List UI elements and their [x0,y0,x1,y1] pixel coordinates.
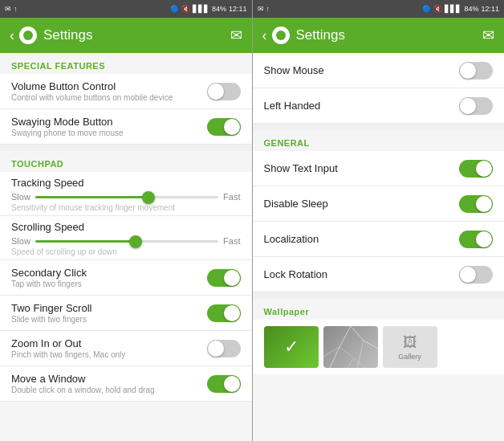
list-item: Left Handed [253,88,505,124]
left-panel: ✉ ↑ 🔵 🔇 ▋▋▋ 84% 12:11 ‹ Settings ✉ SPECI… [0,0,252,441]
disable-sleep-title: Disable Sleep [264,198,453,210]
back-button-right[interactable]: ‹ [262,27,267,44]
scrolling-track[interactable] [35,240,218,243]
page-title-left: Settings [43,27,230,43]
lock-rotation-title: Lock Rotation [264,268,453,280]
svg-line-3 [351,326,364,341]
tracking-subtitle: Sensitivity of mouse tracking finger mov… [11,203,241,212]
toggle-knob [208,341,224,357]
swaying-mode-toggle[interactable] [207,118,241,136]
lock-rotation-toggle[interactable] [459,266,493,284]
status-bar-right: ✉ ↑ 🔵 🔇 ▋▋▋ 84% 12:11 [253,0,505,18]
scrolling-thumb[interactable] [129,235,142,248]
upload-icon: ↑ [14,5,18,13]
tracking-thumb[interactable] [142,191,155,204]
left-content: SPECIAL FEATURES Volume Button Control C… [0,53,252,441]
list-item: Zoom In or Out Pinch with two fingers, M… [0,331,252,366]
list-item: Show Text Input [253,151,505,186]
wallpaper-green: ✓ [264,326,319,368]
wallpaper-thumb-gallery[interactable]: 🖼 Gallery [383,326,437,368]
toggle-knob [224,376,240,392]
mail-icon: ✉ [5,5,11,13]
page-title-right: Settings [296,27,483,43]
list-item: Localization [253,222,505,257]
toggle-knob [476,231,492,247]
volume-button-subtitle: Control with volume buttons on mobile de… [11,93,201,102]
mail-icon-r: ✉ [258,5,264,13]
list-item: Disable Sleep [253,186,505,222]
crack-svg [323,326,378,368]
secondary-click-toggle[interactable] [207,269,241,287]
scrolling-speed-title: Scrolling Speed [11,221,241,233]
move-window-title: Move a Window [11,373,201,385]
disable-sleep-toggle[interactable] [459,195,493,213]
toggle-knob [208,84,224,100]
volume-button-title: Volume Button Control [11,80,201,92]
wallpaper-thumb-crack[interactable] [323,326,378,368]
zoom-in-out-title: Zoom In or Out [11,337,201,349]
signal-icon-r: ▋▋▋ [445,5,461,13]
svg-line-4 [364,341,378,349]
swaying-mode-subtitle: Swaying phone to move mouse [11,129,201,137]
app-icon-inner-right [276,31,286,40]
scrolling-slow-label: Slow [11,236,30,246]
battery-text: 84% [212,5,226,13]
toggle-knob [460,267,476,283]
two-finger-scroll-subtitle: Slide with two fingers [11,315,201,324]
toggle-knob [460,63,476,79]
move-window-toggle[interactable] [207,375,241,393]
svg-line-0 [339,326,351,347]
show-mouse-title: Show Mouse [264,64,453,76]
status-bar-right-left-icons: ✉ ↑ [258,5,270,13]
tracking-fill [35,196,149,198]
toggle-knob [476,196,492,212]
bluetooth-icon-r: 🔵 [422,5,431,13]
show-text-input-title: Show Text Input [264,162,453,174]
signal-icon: ▋▋▋ [193,5,209,13]
email-icon-left[interactable]: ✉ [230,27,242,44]
left-handed-toggle[interactable] [459,97,493,115]
mute-icon-r: 🔇 [433,5,442,13]
scrolling-subtitle: Speed of scrolling up or down [11,247,241,256]
localization-toggle[interactable] [459,231,493,248]
two-finger-scroll-title: Two Finger Scroll [11,302,201,314]
section-special-features: SPECIAL FEATURES [0,53,252,74]
move-window-subtitle: Double click on a window, hold and drag [11,386,201,394]
check-icon: ✓ [284,337,299,357]
show-text-input-toggle[interactable] [459,160,493,178]
app-header-left: ‹ Settings ✉ [0,18,252,53]
status-bar-right-right-icons: 🔵 🔇 ▋▋▋ 84% 12:11 [422,5,499,13]
toggle-knob [476,161,492,177]
scrolling-speed-slider: Scrolling Speed Slow Fast Speed of scrol… [0,216,252,260]
gallery-label: Gallery [398,353,421,361]
status-bar-right-icons: 🔵 🔇 ▋▋▋ 84% 12:11 [170,5,247,13]
zoom-in-out-toggle[interactable] [207,340,241,357]
separator [0,145,252,151]
show-mouse-toggle[interactable] [459,62,493,80]
upload-icon-r: ↑ [266,5,270,13]
tracking-track[interactable] [35,196,218,198]
tracking-slow-label: Slow [11,192,30,202]
toggle-knob [460,98,476,114]
list-item: Move a Window Double click on a window, … [0,366,252,402]
separator-wallpaper [253,292,505,299]
scrolling-fill [35,240,136,243]
email-icon-right[interactable]: ✉ [482,27,494,44]
back-button-left[interactable]: ‹ [10,27,14,44]
volume-button-toggle[interactable] [207,83,241,100]
section-general: GENERAL [253,130,505,151]
wallpaper-thumb-green[interactable]: ✓ [264,326,319,368]
list-item: Show Mouse [253,53,505,88]
section-touchpad: TOUCHPAD [0,151,252,172]
wallpaper-gallery: 🖼 Gallery [383,326,437,368]
right-content: Show Mouse Left Handed GENERAL Show Text… [253,53,505,441]
two-finger-scroll-toggle[interactable] [207,304,241,322]
toggle-knob [224,119,240,135]
separator-right [253,124,505,130]
app-icon-inner-left [23,31,33,40]
wallpaper-crack [323,326,378,368]
secondary-click-title: Secondary Click [11,267,201,279]
mute-icon: 🔇 [181,5,190,13]
toggle-knob [224,305,240,321]
swaying-mode-title: Swaying Mode Button [11,116,201,128]
